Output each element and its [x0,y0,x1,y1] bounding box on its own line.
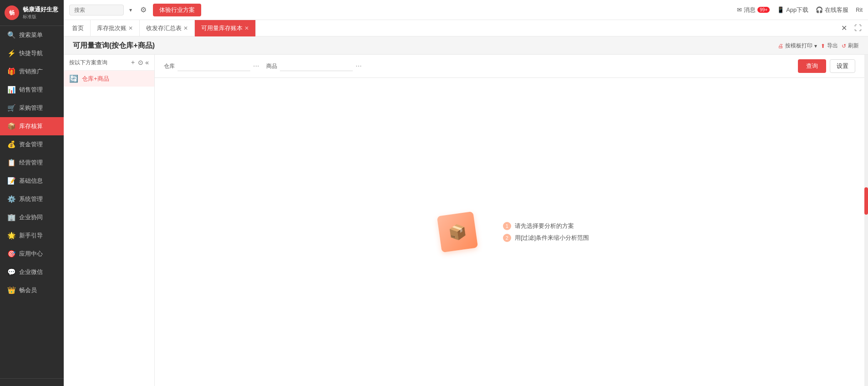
tab-receipt_summary[interactable]: 收发存汇总表✕ [140,20,195,36]
filter-product-input[interactable] [280,62,353,71]
left-panel-header: 按以下方案查询 ＋ ⊙ « [64,55,154,71]
tabs-right-buttons: ✕ ⛶ [838,23,868,33]
empty-hint-1: 1 请先选择要分析的方案 [503,222,589,230]
page-title: 可用量查询(按仓库+商品) [73,41,155,51]
topbar-customer-service-btn[interactable]: 🎧 在线客服 [816,6,848,14]
add-scheme-btn[interactable]: ＋ [130,58,136,67]
sidebar-item-operations[interactable]: 📋 经营管理 [0,154,64,172]
sidebar-item-label: 资金管理 [19,140,43,149]
sidebar-bottom [0,378,64,386]
left-panel-icons: ＋ ⊙ « [130,58,149,67]
sidebar-item-member[interactable]: 👑 畅会员 [0,281,64,299]
sidebar-item-label: 搜索菜单 [19,31,43,39]
message-badge: 99+ [757,7,770,13]
scheme-item-warehouse-product[interactable]: 🔄 仓库+商品 [64,71,154,87]
refresh-btn[interactable]: ↺ 刷新 [842,42,859,50]
tab-close-icon[interactable]: ✕ [128,25,133,31]
left-panel: 按以下方案查询 ＋ ⊙ « 🔄 仓库+商品 [64,55,155,386]
sidebar-item-label: 畅会员 [19,286,37,294]
sidebar-item-label: 快捷导航 [19,49,43,57]
filter-actions: 查询 设置 [798,59,855,73]
topbar-app-download-btn[interactable]: 📱 App下载 [777,6,808,14]
tab-home[interactable]: 首页 [66,20,91,36]
chevron-down-icon: ▾ [814,43,817,49]
sidebar-item-system[interactable]: ⚙️ 系统管理 [0,190,64,208]
topbar-gear-btn[interactable]: ⚙ [137,5,149,15]
sidebar-item-label: 采购管理 [19,104,43,112]
empty-hint-2: 2 用[过滤]条件来缩小分析范围 [503,234,589,242]
right-scrollbar[interactable] [864,55,868,386]
scheme-label: 仓库+商品 [82,75,109,83]
settings-scheme-btn[interactable]: ⊙ [138,58,143,67]
enterprise-icon: 🏢 [7,213,15,221]
sidebar-item-sales[interactable]: 📊 销售管理 [0,81,64,99]
sidebar-item-label: 基础信息 [19,177,43,185]
app-download-label: App下载 [786,6,808,14]
tab-close-icon[interactable]: ✕ [183,25,188,31]
filter-warehouse: 仓库 ··· [164,62,259,71]
export-btn[interactable]: ⬆ 导出 [821,42,838,50]
sidebar-item-newbie[interactable]: 🌟 新手引导 [0,226,64,245]
refresh-icon: ↺ [842,43,846,49]
sidebar-item-label: 应用中心 [19,250,43,258]
filter-warehouse-input[interactable] [178,62,250,71]
filter-bar: 仓库 ··· 商品 ··· 查询 设置 [155,55,864,78]
query-button[interactable]: 查询 [798,59,826,73]
tab-label: 首页 [72,24,84,32]
tabs-close-btn[interactable]: ✕ [838,23,850,33]
shortcut-icon: ⚡ [7,49,15,57]
sidebar-title-block: 畅康通好生意 标准版 [23,5,58,20]
tab-batch_account[interactable]: 库存批次账✕ [91,20,140,36]
sidebar-item-shortcut[interactable]: ⚡ 快捷导航 [0,44,64,62]
newbie-icon: 🌟 [7,232,15,240]
sidebar-item-search[interactable]: 🔍 搜索菜单 [0,26,64,44]
sidebar-item-purchase[interactable]: 🛒 采购管理 [0,99,64,117]
hint-text-2: 用[过滤]条件来缩小分析范围 [515,234,589,242]
topbar-search-input[interactable] [69,5,124,15]
sidebar-item-marketing[interactable]: 🎁 营销推广 [0,62,64,81]
content-area: 按以下方案查询 ＋ ⊙ « 🔄 仓库+商品 仓库 ··· [64,55,868,386]
sidebar-item-label: 营销推广 [19,67,43,76]
tab-close-icon[interactable]: ✕ [244,25,249,31]
tabs-expand-btn[interactable]: ⛶ [852,23,864,33]
sidebar-subtitle: 标准版 [23,14,58,20]
filter-product-more-btn[interactable]: ··· [355,62,361,70]
tab-available_qty[interactable]: 可用量库存账本✕ [195,20,256,36]
operations-icon: 📋 [7,159,15,167]
filter-warehouse-more-btn[interactable]: ··· [253,62,259,70]
sidebar-item-inventory[interactable]: 📦 库存核算 [0,117,64,135]
headset-icon: 🎧 [816,6,823,13]
message-icon: ✉ [737,6,742,13]
main-area: ▾ ⚙ 体验行业方案 ✉ 消息 99+ 📱 App下载 🎧 在线客服 Rit 首… [64,0,868,386]
appstore-icon: 🎯 [7,250,15,258]
sidebar-item-enterprise[interactable]: 🏢 企业协同 [0,208,64,226]
left-panel-title: 按以下方案查询 [69,59,107,67]
print-template-btn[interactable]: 🖨 按模板打印 ▾ [778,42,817,50]
finance-icon: 💰 [7,140,15,149]
sidebar-item-label: 销售管理 [19,86,43,94]
topbar: ▾ ⚙ 体验行业方案 ✉ 消息 99+ 📱 App下载 🎧 在线客服 Rit [64,0,868,20]
filter-warehouse-label: 仓库 [164,62,175,70]
sidebar-item-label: 新手引导 [19,232,43,240]
sidebar-item-appstore[interactable]: 🎯 应用中心 [0,245,64,263]
filter-settings-button[interactable]: 设置 [830,59,855,73]
tab-label: 可用量库存账本 [201,24,243,32]
sidebar-item-wechat[interactable]: 💬 企业微信 [0,263,64,281]
wechat-icon: 💬 [7,268,15,276]
sidebar-title: 畅康通好生意 [23,5,58,14]
topbar-dropdown-btn[interactable]: ▾ [127,6,134,14]
collapse-panel-btn[interactable]: « [145,58,149,67]
hint-text-1: 请先选择要分析的方案 [515,222,574,230]
empty-hints: 1 请先选择要分析的方案 2 用[过滤]条件来缩小分析范围 [503,222,589,242]
empty-state: 📦 1 请先选择要分析的方案 2 用[过滤]条件来缩小分析范围 [155,78,864,386]
topbar-industry-button[interactable]: 体验行业方案 [153,4,201,16]
sidebar-item-finance[interactable]: 💰 资金管理 [0,135,64,154]
topbar-message-btn[interactable]: ✉ 消息 99+ [737,6,770,14]
hint-num-2: 2 [503,234,511,242]
phone-icon: 📱 [777,6,784,13]
sidebar-item-label: 企业协同 [19,213,43,221]
sidebar-item-label: 企业微信 [19,268,43,276]
sidebar-item-basic[interactable]: 📝 基础信息 [0,172,64,190]
topbar-user[interactable]: Rit [856,7,863,13]
tabs-bar: 首页库存批次账✕收发存汇总表✕可用量库存账本✕ ✕ ⛶ [64,20,868,36]
